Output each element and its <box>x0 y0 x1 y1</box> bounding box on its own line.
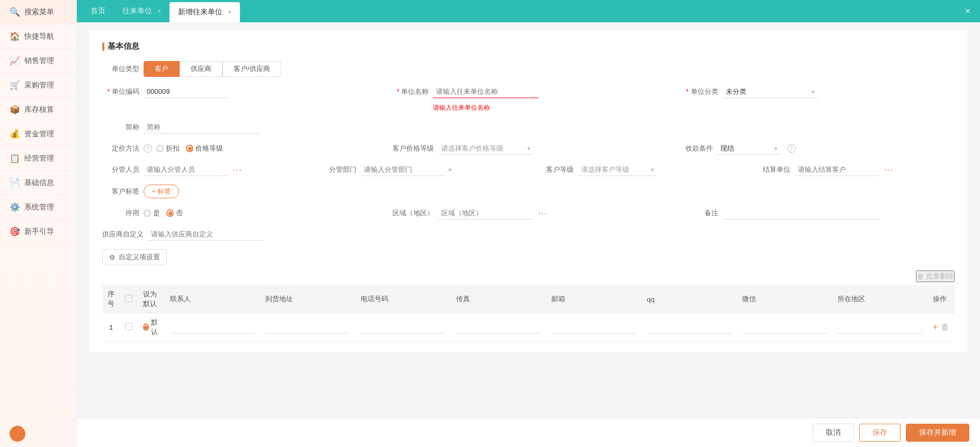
unit-category-label: * 单位分类 <box>681 87 718 97</box>
save-button[interactable]: 保存 <box>859 424 901 442</box>
cancel-button[interactable]: 取消 <box>813 424 854 442</box>
unit-name-input[interactable] <box>433 85 539 98</box>
payment-select[interactable]: 现结 <box>717 142 781 155</box>
dept-input[interactable] <box>361 163 446 176</box>
type-btn-both[interactable]: 客户/供应商 <box>222 61 281 77</box>
pricing-help-icon[interactable]: ? <box>144 144 152 153</box>
wechat-input[interactable] <box>742 321 827 334</box>
abbr-row: 简称 <box>102 121 955 134</box>
customer-price-select[interactable]: 请选择客户价格等级 <box>438 142 533 155</box>
contact-input[interactable] <box>170 321 255 334</box>
customer-price-group: 客户价格等级 请选择客户价格等级 ▼ <box>391 142 665 155</box>
settlement-input[interactable] <box>795 163 879 176</box>
contacts-table: 序号 设为默认 联系人 到货地址 电话号码 传真 邮箱 qq 微信 所在地区 <box>102 285 955 341</box>
col-contact: 联系人 <box>165 285 260 313</box>
close-all-tabs[interactable]: × <box>960 6 975 17</box>
settings-btn[interactable]: ⚙ 自定义项设置 <box>102 249 167 265</box>
payment-help-icon[interactable]: ? <box>787 144 796 153</box>
row-contact[interactable] <box>165 313 260 341</box>
user-avatar <box>10 426 25 442</box>
no-radio[interactable] <box>166 209 174 217</box>
row-phone[interactable] <box>355 313 451 341</box>
add-tag-btn[interactable]: + 标签 <box>144 185 179 198</box>
tab-home[interactable]: 首页 <box>82 0 114 22</box>
row-address[interactable] <box>260 313 355 341</box>
area-input[interactable] <box>438 207 533 220</box>
dept-group: 分管部门 ▼ <box>319 163 521 176</box>
save-new-button[interactable]: 保存并新增 <box>906 424 969 442</box>
discount-radio[interactable] <box>156 145 164 152</box>
area-more-btn[interactable]: ··· <box>538 208 547 218</box>
sidebar-item-purchase[interactable]: 🛒 采购管理 <box>0 73 76 98</box>
sidebar-item-system[interactable]: ⚙️ 系统管理 <box>0 195 76 220</box>
unit-code-input[interactable] <box>144 85 228 98</box>
row-wechat[interactable] <box>737 313 832 341</box>
row-email[interactable] <box>546 313 642 341</box>
close-new-counterpart-tab[interactable]: × <box>228 8 231 16</box>
col-check[interactable] <box>120 285 138 313</box>
region-input[interactable] <box>838 321 922 334</box>
tags-group: 客户标签 + 标签 <box>102 185 955 198</box>
header-checkbox[interactable] <box>125 295 132 302</box>
default-radio[interactable] <box>143 323 149 331</box>
sidebar-item-finance[interactable]: 💰 资金管理 <box>0 122 76 146</box>
row-actions: + 🗑 <box>928 313 955 341</box>
unit-category-select[interactable]: 未分类 <box>723 85 818 98</box>
batch-delete-btn[interactable]: 🗑 批量删除 <box>916 270 955 282</box>
disabled-no[interactable]: 否 <box>166 208 183 218</box>
col-action: 操作 <box>928 285 955 313</box>
settlement-more-btn[interactable]: ··· <box>884 165 893 174</box>
row-region[interactable] <box>832 313 928 341</box>
pricing-price-level[interactable]: 价格等级 <box>186 144 223 153</box>
customer-level-select[interactable]: 请选择客户等级 <box>578 163 657 176</box>
manager-input[interactable] <box>144 163 228 176</box>
close-counterpart-tab[interactable]: × <box>157 7 161 15</box>
row-check[interactable] <box>120 313 138 341</box>
tab-new-counterpart[interactable]: 新增往来单位 × <box>170 2 240 22</box>
pricing-label: 定价方法 <box>102 144 139 153</box>
fax-input[interactable] <box>456 321 541 334</box>
payment-group: 收款条件 现结 ▼ ? <box>681 142 955 155</box>
batch-delete-area: 🗑 批量删除 <box>102 270 955 282</box>
note-input[interactable] <box>723 207 881 220</box>
yes-radio[interactable] <box>144 209 151 217</box>
sidebar-item-search[interactable]: 🔍 搜索菜单 <box>0 0 76 24</box>
sidebar-item-guide[interactable]: 🎯 新手引导 <box>0 220 76 244</box>
sidebar-item-inventory[interactable]: 📦 库存核算 <box>0 98 76 122</box>
type-btn-supplier[interactable]: 供应商 <box>180 61 222 77</box>
col-seq: 序号 <box>102 285 120 313</box>
manager-more-btn[interactable]: ··· <box>233 165 242 174</box>
qq-input[interactable] <box>647 321 732 334</box>
basic-info-card: 基本信息 单位类型 客户 供应商 客户/供应商 * <box>90 31 967 352</box>
del-row-btn[interactable]: 🗑 <box>941 322 949 332</box>
sidebar-item-operations[interactable]: 📋 经营管理 <box>0 146 76 171</box>
row-fax[interactable] <box>451 313 546 341</box>
price-level-radio[interactable] <box>186 145 193 152</box>
clipboard-icon: 📋 <box>10 153 20 163</box>
unit-code-group: * 单位编码 <box>102 85 376 98</box>
sidebar-item-sales[interactable]: 📈 销售管理 <box>0 49 76 73</box>
type-btn-customer[interactable]: 客户 <box>144 61 180 77</box>
tab-counterpart[interactable]: 往来单位 × <box>114 0 170 22</box>
row-checkbox[interactable] <box>125 323 132 330</box>
payment-label: 收款条件 <box>681 144 713 153</box>
add-row-btn[interactable]: + <box>933 322 938 332</box>
address-input[interactable] <box>265 321 350 334</box>
sidebar-item-quick-nav[interactable]: 🏠 快捷导航 <box>0 24 76 49</box>
supplier-custom-label: 供应商自定义 <box>102 230 144 239</box>
supplier-custom-input[interactable] <box>148 228 264 241</box>
default-radio-label[interactable]: 默认 <box>143 318 159 337</box>
area-group: 区域（地区） ··· <box>391 207 665 220</box>
batch-delete-icon: 🗑 <box>917 273 924 281</box>
tags-row: 客户标签 + 标签 <box>102 185 955 198</box>
settings-gear-icon: ⚙ <box>109 253 115 261</box>
section-title: 基本信息 <box>102 41 955 51</box>
phone-input[interactable] <box>361 321 446 334</box>
pricing-discount[interactable]: 折扣 <box>156 144 180 153</box>
abbr-input[interactable] <box>144 121 260 134</box>
sidebar-item-basic-info[interactable]: 📄 基础信息 <box>0 171 76 195</box>
disabled-yes[interactable]: 是 <box>144 208 160 218</box>
email-input[interactable] <box>551 321 636 334</box>
unit-type-row: 单位类型 客户 供应商 客户/供应商 <box>102 61 955 77</box>
row-qq[interactable] <box>642 313 737 341</box>
